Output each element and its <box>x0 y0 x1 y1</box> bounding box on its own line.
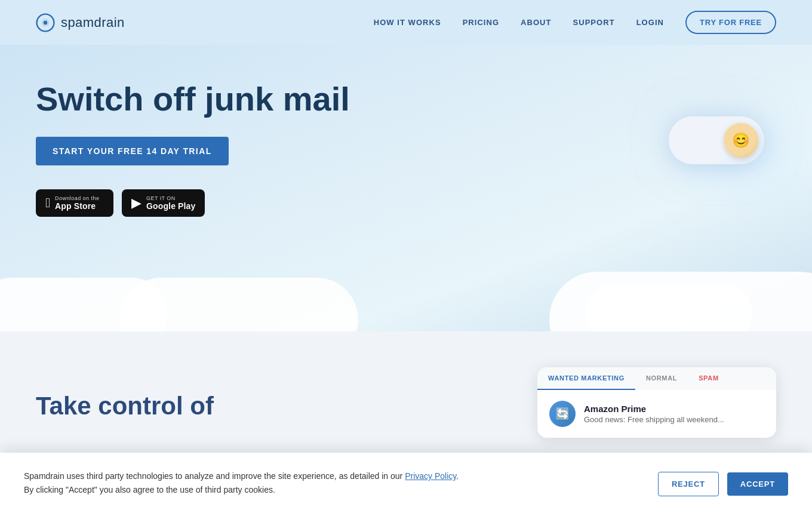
cookie-actions: REJECT ACCEPT <box>658 472 788 474</box>
cloud-1 <box>0 278 167 331</box>
app-store-main: App Store <box>55 201 99 211</box>
email-list-item: 🔄 Amazon Prime Good news: Free shipping … <box>537 390 776 438</box>
hero-section: 😊 Switch off junk mail START YOUR FREE 1… <box>0 45 812 331</box>
logo-link[interactable]: spamdrain <box>36 13 125 32</box>
features-text: Take control of <box>36 367 513 421</box>
svg-point-2 <box>44 20 47 24</box>
toggle-emoji: 😊 <box>732 132 750 149</box>
cloud-4 <box>549 272 812 331</box>
cookie-reject-button[interactable]: REJECT <box>658 472 719 474</box>
app-store-badge[interactable]:  Download on the App Store <box>36 189 113 217</box>
app-store-sub: Download on the <box>55 195 99 201</box>
nav-support[interactable]: SUPPORT <box>573 18 615 27</box>
store-badges:  Download on the App Store ▶ GET IT ON … <box>36 189 394 217</box>
toggle-switch: 😊 <box>669 116 764 164</box>
cookie-banner: Spamdrain uses third party technologies … <box>0 453 812 474</box>
nav-about[interactable]: ABOUT <box>521 18 551 27</box>
nav-try-free-button[interactable]: TRY FOR FREE <box>685 11 776 34</box>
google-play-badge[interactable]: ▶ GET IT ON Google Play <box>122 189 205 217</box>
tab-normal[interactable]: NORMAL <box>635 367 688 390</box>
email-card: WANTED MARKETING NORMAL SPAM 🔄 Amazon Pr… <box>537 367 776 438</box>
logo-text: spamdrain <box>61 15 125 30</box>
email-sender-name: Amazon Prime <box>584 404 724 414</box>
hero-title: Switch off junk mail <box>36 81 394 118</box>
nav-pricing[interactable]: PRICING <box>463 18 499 27</box>
google-play-main: Google Play <box>146 201 195 211</box>
cloud-3 <box>585 284 752 331</box>
cloud-2 <box>119 278 358 331</box>
nav-how-it-works[interactable]: HOW IT WORKS <box>374 18 441 27</box>
email-tabs: WANTED MARKETING NORMAL SPAM <box>537 367 776 390</box>
cookie-accept-button[interactable]: ACCEPT <box>727 472 788 474</box>
nav-links: HOW IT WORKS PRICING ABOUT SUPPORT LOGIN… <box>374 11 776 34</box>
cookie-text: Spamdrain uses third party technologies … <box>24 469 466 474</box>
google-play-sub: GET IT ON <box>146 195 195 201</box>
navbar: spamdrain HOW IT WORKS PRICING ABOUT SUP… <box>0 0 812 45</box>
privacy-policy-link[interactable]: Privacy Policy <box>405 471 456 474</box>
tab-spam[interactable]: SPAM <box>688 367 730 390</box>
hero-content: Switch off junk mail START YOUR FREE 14 … <box>36 81 394 217</box>
hero-cta-button[interactable]: START YOUR FREE 14 DAY TRIAL <box>36 137 229 165</box>
tab-wanted-marketing[interactable]: WANTED MARKETING <box>537 367 635 390</box>
play-icon: ▶ <box>131 196 142 210</box>
apple-icon:  <box>45 196 50 210</box>
email-item-body: Amazon Prime Good news: Free shipping al… <box>584 404 724 424</box>
nav-login[interactable]: LOGIN <box>636 18 664 27</box>
email-sender-icon: 🔄 <box>549 401 576 427</box>
toggle-thumb: 😊 <box>724 123 758 158</box>
email-preview-text: Good news: Free shipping all weekend... <box>584 415 724 424</box>
logo-icon <box>36 13 55 32</box>
app-store-text: Download on the App Store <box>55 195 99 211</box>
toggle-decoration: 😊 <box>669 116 764 164</box>
google-play-text: GET IT ON Google Play <box>146 195 195 211</box>
features-title: Take control of <box>36 391 513 421</box>
